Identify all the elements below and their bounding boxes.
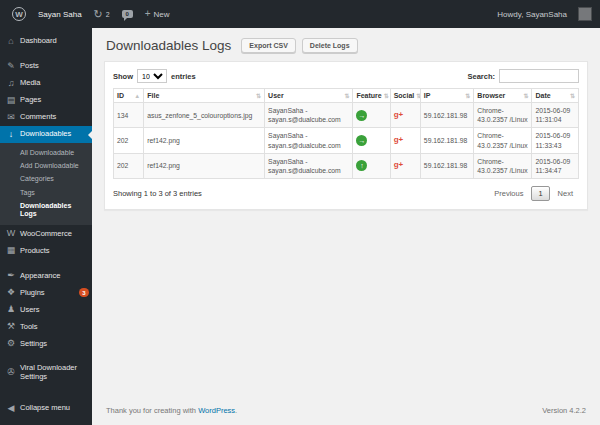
sort-icon: ⇅ [344, 92, 349, 99]
footer-thanks-suffix: . [235, 406, 237, 415]
submenu-item-tags[interactable]: Tags [0, 186, 92, 199]
column-header-id[interactable]: ID▲ [114, 89, 144, 103]
table-length-control: Show 10 entries [113, 69, 196, 83]
sidebar-item-label: Viral Downloader Settings [20, 364, 89, 381]
cell-social: g+ [390, 128, 420, 153]
table-row: 202 ref142.png SayanSaha - sayan.s@dualc… [114, 153, 579, 178]
column-header-file[interactable]: File⇅ [144, 89, 265, 103]
cell-feature: → [353, 128, 390, 153]
cell-social: g+ [390, 153, 420, 178]
sidebar-item-woocommerce[interactable]: W WooCommerce [0, 225, 92, 242]
page-size-select[interactable]: 10 [137, 69, 167, 83]
column-header-browser[interactable]: Browser⇅ [474, 89, 532, 103]
sidebar-item-posts[interactable]: ✎ Posts [0, 58, 92, 75]
show-label: Show [113, 72, 133, 81]
sidebar-item-pages[interactable]: ▤ Pages [0, 92, 92, 109]
sidebar-item-label: Pages [20, 96, 89, 105]
table-row: 134 asus_zenfone_5_colouroptions.jpg Say… [114, 103, 579, 128]
sidebar-item-label: Plugins [20, 289, 74, 298]
delete-logs-button[interactable]: Delete Logs [302, 38, 358, 53]
logs-table: ID▲ File⇅ User⇅ Feature⇅ Social⇅ IP⇅ Bro… [113, 88, 579, 179]
avatar[interactable] [578, 7, 592, 21]
sidebar-item-label: Media [20, 79, 89, 88]
table-info: Showing 1 to 3 of 3 entries [113, 189, 202, 198]
cell-date: 2015-06-09 11:34:47 [532, 153, 579, 178]
sort-icon: ▲ [134, 93, 140, 99]
export-csv-button[interactable]: Export CSV [241, 38, 296, 53]
products-icon: ▦ [6, 246, 16, 255]
updates-link[interactable]: ↻ 2 [88, 9, 116, 20]
sidebar-item-label: Appearance [20, 272, 89, 281]
dashboard-icon: ⌂ [6, 37, 16, 46]
cell-date: 2015-06-09 11:33:43 [532, 128, 579, 153]
sidebar-item-viral-downloader-settings[interactable]: ✇ Viral Downloader Settings [0, 360, 92, 385]
next-page-button[interactable]: Next [552, 187, 579, 200]
sidebar-item-dashboard[interactable]: ⌂ Dashboard [0, 33, 92, 50]
sidebar-item-downloadables[interactable]: ↓ Downloadables [0, 126, 92, 143]
cell-ip: 59.162.181.98 [420, 128, 473, 153]
wordpress-logo[interactable]: W [6, 7, 32, 21]
wordpress-logo-icon: W [12, 7, 26, 21]
cell-browser: Chrome-43.0.2357 /Linux [474, 103, 532, 128]
submenu-item-downloadables-logs[interactable]: Downloadables Logs [0, 200, 92, 222]
posts-icon: ✎ [6, 62, 16, 71]
sidebar-item-label: Comments [20, 113, 89, 122]
google-plus-icon: g+ [394, 110, 404, 119]
column-label: Feature [356, 92, 381, 99]
column-header-feature[interactable]: Feature⇅ [353, 89, 390, 103]
new-content-link[interactable]: + New [139, 9, 176, 19]
cell-file: ref142.png [144, 128, 265, 153]
sidebar-item-label: WooCommerce [20, 230, 89, 239]
column-header-user[interactable]: User⇅ [265, 89, 353, 103]
collapse-menu-button[interactable]: ◀ Collapse menu [0, 400, 92, 417]
table-search-control: Search: [467, 69, 579, 83]
sidebar-item-label: Users [20, 306, 89, 315]
sidebar-item-users[interactable]: ♟ Users [0, 301, 92, 318]
sidebar-item-label: Settings [20, 340, 89, 349]
column-label: ID [117, 92, 124, 99]
sidebar-item-comments[interactable]: ✉ Comments [0, 109, 92, 126]
sidebar-item-plugins[interactable]: ❖ Plugins 3 [0, 284, 92, 301]
users-icon: ♟ [6, 305, 16, 314]
pagination: Previous 1 Next [488, 186, 579, 201]
sidebar-item-label: Tools [20, 323, 89, 332]
cell-browser: Chrome-43.0.2357 /Linux [474, 153, 532, 178]
page-1-button[interactable]: 1 [531, 186, 549, 201]
admin-footer: Thank you for creating with WordPress. V… [104, 398, 588, 425]
sort-icon: ⇅ [256, 92, 261, 99]
cell-feature: → [353, 103, 390, 128]
sidebar-item-appearance[interactable]: ✒ Appearance [0, 267, 92, 284]
cell-file: ref142.png [144, 153, 265, 178]
updates-count: 2 [106, 11, 110, 18]
feature-status-icon: → [356, 135, 367, 146]
comments-link[interactable]: 0 [116, 10, 139, 18]
sidebar-item-label: Products [20, 247, 89, 256]
sidebar-item-settings[interactable]: ⚙ Settings [0, 335, 92, 352]
column-header-date[interactable]: Date⇅ [532, 89, 579, 103]
plugins-update-badge: 3 [79, 288, 89, 297]
search-input[interactable] [499, 69, 579, 83]
site-name-link[interactable]: Sayan Saha [32, 10, 88, 19]
main-content: Downloadables Logs Export CSV Delete Log… [92, 28, 600, 425]
submenu-item-add-downloadable[interactable]: Add Downloadable [0, 159, 92, 172]
admin-bar: W Sayan Saha ↻ 2 0 + New Howdy, SayanSah… [0, 0, 600, 28]
cell-social: g+ [390, 103, 420, 128]
cell-user: SayanSaha - sayan.s@dualcube.com [265, 153, 353, 178]
column-label: IP [424, 92, 431, 99]
my-account-link[interactable]: Howdy, SayanSaha [491, 10, 573, 19]
cell-file: asus_zenfone_5_colouroptions.jpg [144, 103, 265, 128]
sidebar-item-media[interactable]: ♫ Media [0, 75, 92, 92]
column-header-ip[interactable]: IP⇅ [420, 89, 473, 103]
feature-status-icon: ↑ [356, 160, 367, 171]
cell-ip: 59.162.181.98 [420, 103, 473, 128]
previous-page-button[interactable]: Previous [488, 187, 529, 200]
table-row: 202 ref142.png SayanSaha - sayan.s@dualc… [114, 128, 579, 153]
sort-icon: ⇅ [416, 92, 420, 99]
submenu-item-categories[interactable]: Categories [0, 173, 92, 186]
column-header-social[interactable]: Social⇅ [390, 89, 420, 103]
sidebar-item-tools[interactable]: ⚒ Tools [0, 318, 92, 335]
sidebar-item-products[interactable]: ▦ Products [0, 242, 92, 259]
wordpress-link[interactable]: WordPress [198, 406, 235, 415]
submenu-item-all-downloadable[interactable]: All Downloadable [0, 146, 92, 159]
admin-menu: ⌂ Dashboard ✎ Posts ♫ Media ▤ Pages ✉ Co… [0, 28, 92, 425]
